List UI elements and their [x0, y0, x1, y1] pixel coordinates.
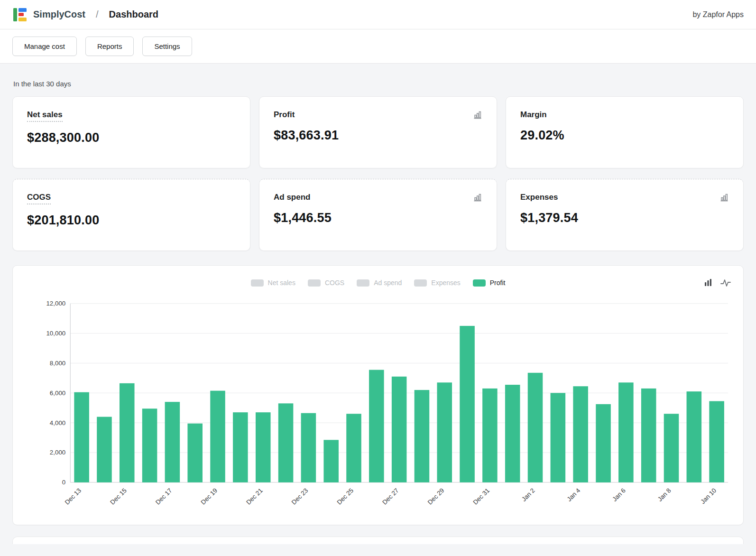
- profit-bar[interactable]: [551, 393, 566, 482]
- x-tick-label: Dec 17: [154, 487, 174, 506]
- metric-title-cogs[interactable]: COGS: [27, 193, 51, 204]
- metric-card-cogs: COGS $201,810.00: [12, 179, 250, 251]
- profit-bar[interactable]: [323, 440, 339, 482]
- y-tick-label: 4,000: [50, 419, 65, 426]
- profit-bar[interactable]: [301, 413, 316, 482]
- manage-cost-button[interactable]: Manage cost: [12, 37, 77, 56]
- profit-bar[interactable]: [369, 370, 384, 482]
- y-tick-label: 0: [62, 479, 65, 486]
- x-tick-label: Jan 10: [699, 487, 718, 505]
- profit-bar[interactable]: [415, 390, 430, 482]
- settings-button[interactable]: Settings: [142, 37, 192, 56]
- ad-spend-mini-bar-chart-icon[interactable]: [473, 193, 482, 202]
- profit-bar[interactable]: [618, 382, 634, 482]
- y-tick-label: 10,000: [46, 330, 65, 337]
- legend-swatch-expenses: [414, 279, 427, 287]
- x-tick-label: Dec 23: [290, 487, 310, 506]
- app-name-link[interactable]: SimplyCost: [33, 9, 85, 20]
- legend-label-expenses: Expenses: [431, 279, 460, 287]
- metric-card-net-sales: Net sales $288,300.00: [12, 96, 250, 168]
- profit-bar[interactable]: [437, 382, 452, 482]
- reports-button[interactable]: Reports: [85, 37, 134, 56]
- metric-value-margin: 29.02%: [520, 128, 729, 143]
- vendor-byline[interactable]: by Zapfor Apps: [692, 10, 744, 19]
- profit-bar[interactable]: [664, 414, 679, 482]
- line-chart-toggle-icon[interactable]: [720, 278, 731, 287]
- metric-value-expenses: $1,379.54: [520, 211, 729, 225]
- profit-mini-bar-chart-icon[interactable]: [473, 110, 482, 120]
- x-tick-label: Dec 21: [245, 487, 264, 506]
- profit-bar[interactable]: [278, 403, 294, 482]
- x-tick-label: Jan 6: [611, 487, 627, 503]
- legend-item-net-sales[interactable]: Net sales: [251, 279, 295, 287]
- profit-bar[interactable]: [120, 383, 135, 482]
- metric-card-margin: Margin 29.02%: [506, 96, 744, 168]
- x-tick-label: Jan 4: [566, 487, 582, 503]
- profit-bar-chart[interactable]: 02,0004,0006,0008,00010,00012,000Dec 13D…: [25, 293, 731, 518]
- bar-chart-toggle-icon[interactable]: [703, 278, 713, 287]
- dashboard-content: In the last 30 days Net sales $288,300.0…: [0, 64, 756, 556]
- breadcrumb-separator: /: [96, 9, 99, 20]
- profit-bar[interactable]: [392, 377, 407, 482]
- profit-bar[interactable]: [687, 391, 702, 482]
- metric-card-expenses: Expenses $1,379.54: [506, 179, 744, 251]
- legend-item-profit[interactable]: Profit: [473, 279, 506, 287]
- y-tick-label: 12,000: [46, 300, 65, 307]
- chart-area: 02,0004,0006,0008,00010,00012,000Dec 13D…: [25, 293, 731, 518]
- metric-card-profit: Profit $83,663.91: [259, 96, 497, 168]
- metric-title-margin: Margin: [520, 110, 547, 120]
- profit-bar[interactable]: [573, 386, 588, 482]
- metric-cards-grid: Net sales $288,300.00 Profit $83,663.91 …: [12, 96, 744, 251]
- chart-type-toggles: [703, 278, 731, 287]
- profit-bar[interactable]: [74, 392, 89, 482]
- profit-bar[interactable]: [142, 408, 157, 482]
- x-tick-label: Dec 15: [109, 487, 128, 506]
- legend-item-ad-spend[interactable]: Ad spend: [357, 279, 402, 287]
- legend-label-profit: Profit: [490, 279, 506, 287]
- legend-item-cogs[interactable]: COGS: [308, 279, 344, 287]
- metric-title-net-sales[interactable]: Net sales: [27, 110, 63, 122]
- metric-title-ad-spend: Ad spend: [274, 193, 310, 202]
- x-tick-label: Dec 31: [471, 487, 491, 506]
- profit-bar[interactable]: [97, 417, 112, 482]
- profit-bar[interactable]: [187, 424, 203, 482]
- profit-bar[interactable]: [709, 401, 724, 482]
- profit-bar[interactable]: [460, 326, 475, 482]
- expenses-mini-bar-chart-icon[interactable]: [719, 193, 729, 202]
- profit-bar[interactable]: [482, 389, 498, 482]
- metric-value-cogs: $201,810.00: [27, 213, 236, 228]
- legend-swatch-cogs: [308, 279, 321, 287]
- metric-title-expenses: Expenses: [520, 193, 558, 202]
- profit-bar[interactable]: [596, 404, 611, 482]
- metric-title-profit: Profit: [274, 110, 295, 120]
- metric-value-ad-spend: $1,446.55: [274, 211, 482, 225]
- metric-card-ad-spend: Ad spend $1,446.55: [259, 179, 497, 251]
- profit-bar[interactable]: [165, 402, 180, 482]
- y-tick-label: 6,000: [50, 389, 65, 397]
- legend-swatch-profit: [473, 279, 486, 287]
- legend-label-net-sales: Net sales: [268, 279, 295, 287]
- x-tick-label: Jan 2: [520, 487, 536, 503]
- x-tick-label: Dec 13: [64, 487, 83, 506]
- legend-swatch-ad-spend: [357, 279, 369, 287]
- profit-bar[interactable]: [346, 414, 361, 482]
- legend-label-cogs: COGS: [325, 279, 344, 287]
- period-label: In the last 30 days: [13, 80, 744, 88]
- y-tick-label: 8,000: [50, 360, 65, 367]
- profit-bar[interactable]: [641, 389, 656, 482]
- x-tick-label: Jan 8: [656, 487, 673, 503]
- x-tick-label: Dec 19: [200, 487, 219, 506]
- metric-value-profit: $83,663.91: [274, 128, 482, 143]
- profit-bar[interactable]: [528, 373, 543, 482]
- next-card-peek: [12, 537, 744, 544]
- breadcrumb: SimplyCost / Dashboard: [12, 7, 158, 22]
- profit-bar[interactable]: [505, 385, 520, 482]
- app-logo-icon: [12, 7, 28, 22]
- legend-item-expenses[interactable]: Expenses: [414, 279, 460, 287]
- profit-bar[interactable]: [210, 391, 225, 482]
- top-bar: SimplyCost / Dashboard by Zapfor Apps: [0, 0, 756, 29]
- profit-bar[interactable]: [256, 412, 271, 482]
- legend-swatch-net-sales: [251, 279, 264, 287]
- primary-nav: Manage cost Reports Settings: [0, 29, 756, 64]
- profit-bar[interactable]: [233, 412, 248, 482]
